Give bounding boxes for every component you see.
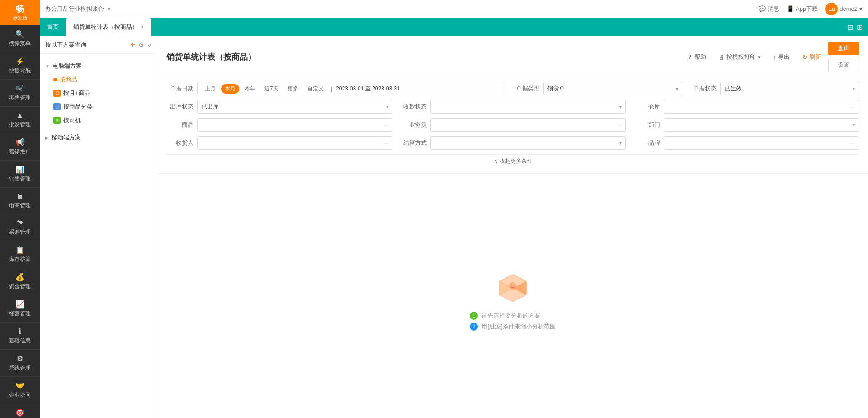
settings-scheme-btn[interactable]: ⚙ bbox=[138, 41, 144, 48]
goods-dots: ··· bbox=[383, 122, 388, 128]
sidebar-item-base-info[interactable]: ℹ 基础信息 bbox=[0, 323, 40, 350]
filter-row-3: 商品 ··· 业务员 ··· 部门 bbox=[166, 118, 859, 132]
docstatus-value: 已生效 bbox=[724, 85, 742, 93]
print-btn[interactable]: 🖨 按模板打印 ▾ bbox=[715, 51, 764, 63]
scheme-item-by-month-goods[interactable]: 日 按月+商品 bbox=[40, 86, 157, 100]
filter-row-2: 出库状态 已出库 ▾ 收款状态 ▾ 仓库 bbox=[166, 100, 859, 114]
operation-icon: 📈 bbox=[15, 300, 24, 309]
sidebar-item-purchase[interactable]: 🛍 采购管理 bbox=[0, 214, 40, 241]
window-maximize-icon[interactable]: ⊞ bbox=[857, 23, 863, 32]
scheme-group-mobile-label: 移动端方案 bbox=[52, 133, 81, 142]
sidebar-item-ecommerce[interactable]: 🖥 电商管理 bbox=[0, 188, 40, 214]
left-panel-header: 按以下方案查询 + ⚙ « bbox=[40, 36, 157, 54]
paymentstatus-select[interactable]: ▾ bbox=[430, 100, 626, 114]
collapse-panel-btn[interactable]: « bbox=[148, 41, 151, 48]
sidebar-item-operation[interactable]: 📈 经营管理 bbox=[0, 295, 40, 323]
print-icon: 🖨 bbox=[719, 54, 725, 61]
window-minimize-icon[interactable]: ⊟ bbox=[847, 23, 853, 32]
sidebar-item-nav[interactable]: ⚡ 快捷导航 bbox=[0, 52, 40, 80]
scheme-group-desktop-header[interactable]: ▼ 电脑端方案 bbox=[40, 59, 157, 73]
system-icon: ⚙ bbox=[17, 354, 23, 363]
tab-sales-report[interactable]: 销货单统计表（按商品） × bbox=[66, 18, 151, 36]
filter-salesperson-field: 业务员 ··· bbox=[400, 118, 626, 132]
docstatus-label: 单据状态 bbox=[689, 85, 717, 93]
date-current-btn[interactable]: 本月 bbox=[221, 84, 239, 94]
query-button[interactable]: 查询 bbox=[828, 42, 859, 55]
scheme-item-by-goods-label: 按商品 bbox=[60, 76, 77, 84]
sidebar-item-marketing[interactable]: 📢 营销推广 bbox=[0, 133, 40, 161]
scheme-group-mobile-header[interactable]: ▶ 移动端方案 bbox=[40, 131, 157, 144]
collab-icon: 🤝 bbox=[15, 381, 24, 390]
page-title: 销货单统计表（按商品） bbox=[166, 52, 256, 62]
receiver-label: 收货人 bbox=[166, 139, 193, 147]
date-week-btn[interactable]: 近7天 bbox=[261, 84, 282, 94]
dept-select[interactable]: ▾ bbox=[664, 118, 859, 132]
scheme-item-by-goods[interactable]: 按商品 bbox=[40, 73, 157, 86]
sidebar-item-collab[interactable]: 🤝 企业协同 bbox=[0, 377, 40, 404]
paymentmethod-select[interactable]: ▾ bbox=[430, 136, 626, 150]
export-btn[interactable]: ↑ 导出 bbox=[770, 51, 794, 63]
sidebar-item-guide[interactable]: 🎯 新手引导 bbox=[0, 404, 40, 418]
docstatus-select[interactable]: 已生效 ▾ bbox=[720, 82, 859, 95]
industry-label: 办公用品行业模拟账套 bbox=[45, 5, 104, 13]
sales-icon: 📊 bbox=[15, 165, 24, 174]
top-header-left: 办公用品行业模拟账套 ▾ bbox=[45, 5, 111, 13]
sidebar-item-sales[interactable]: 📊 销售管理 bbox=[0, 161, 40, 188]
brand-dots: ··· bbox=[850, 140, 855, 147]
refresh-btn[interactable]: ↻ 刷新 bbox=[799, 51, 825, 63]
paymentmethod-arrow: ▾ bbox=[619, 141, 622, 146]
chevron-right-icon: ▶ bbox=[45, 135, 49, 140]
page-container: 按以下方案查询 + ⚙ « ▼ 电脑端方案 按商品 bbox=[40, 36, 868, 418]
page-title-bar: 销货单统计表（按商品） ？ 帮助 🖨 按模板打印 ▾ ↑ bbox=[157, 36, 868, 76]
dropdown-arrow-industry[interactable]: ▾ bbox=[108, 5, 111, 12]
filter-row-4: 收货人 ··· 结算方式 ▾ 品牌 bbox=[166, 136, 859, 150]
salesperson-dots: ··· bbox=[617, 122, 622, 128]
warehouse-input[interactable]: ··· bbox=[664, 100, 859, 114]
date-prev-btn[interactable]: 上月 bbox=[201, 84, 219, 94]
svg-point-4 bbox=[509, 282, 516, 290]
brand-input[interactable]: ··· bbox=[664, 136, 859, 150]
doctype-select[interactable]: 销货单 ▾ bbox=[543, 82, 682, 95]
sidebar-item-inventory[interactable]: 📋 库存核算 bbox=[0, 241, 40, 268]
page-title-actions: ？ 帮助 🖨 按模板打印 ▾ ↑ 导出 ↻ bbox=[683, 51, 825, 63]
scheme-group-desktop: ▼ 电脑端方案 按商品 日 按月+商品 目 按商品分类 bbox=[40, 57, 157, 129]
filter-warehousestatus-field: 出库状态 已出库 ▾ bbox=[166, 100, 392, 114]
filter-doctype-field: 单据类型 销货单 ▾ bbox=[513, 82, 682, 95]
brand-label: 品牌 bbox=[633, 139, 660, 147]
filter-receiver-field: 收货人 ··· bbox=[166, 136, 392, 150]
right-content: 销货单统计表（按商品） ？ 帮助 🖨 按模板打印 ▾ ↑ bbox=[157, 36, 868, 418]
sidebar-item-finance[interactable]: 💰 资金管理 bbox=[0, 268, 40, 295]
date-more-btn[interactable]: 更多 bbox=[284, 84, 302, 94]
warehousestatus-value: 已出库 bbox=[201, 103, 219, 111]
collapse-more-btn[interactable]: ∧ 收起更多条件 bbox=[166, 154, 859, 168]
sidebar-item-search[interactable]: 🔍 搜索菜单 bbox=[0, 25, 40, 52]
sidebar-item-wholesale[interactable]: ▲ 批发管理 bbox=[0, 107, 40, 133]
user-profile[interactable]: Ea demo2 ▾ bbox=[825, 3, 863, 15]
collapse-icon: ∧ bbox=[494, 158, 498, 165]
add-scheme-btn[interactable]: + bbox=[131, 41, 135, 49]
app-download-btn[interactable]: 📱 App下载 bbox=[787, 5, 818, 13]
left-panel-header-icons: + ⚙ « bbox=[131, 41, 151, 49]
receiver-input[interactable]: ··· bbox=[197, 136, 392, 150]
filter-brand-field: 品牌 ··· bbox=[633, 136, 859, 150]
warehousestatus-label: 出库状态 bbox=[166, 103, 193, 111]
date-label: 单据日期 bbox=[166, 85, 193, 93]
refresh-icon: ↻ bbox=[802, 54, 807, 61]
sidebar-item-retail[interactable]: 🛒 零售管理 bbox=[0, 80, 40, 107]
message-btn[interactable]: 💬 消息 bbox=[759, 5, 779, 13]
settings-button[interactable]: 设置 bbox=[828, 58, 859, 72]
scheme-item-by-driver[interactable]: 目 按司机 bbox=[40, 114, 157, 127]
tab-home[interactable]: 首页 bbox=[40, 18, 66, 36]
sidebar-item-system[interactable]: ⚙ 系统管理 bbox=[0, 350, 40, 377]
warehousestatus-select[interactable]: 已出库 ▾ bbox=[197, 100, 392, 114]
docstatus-arrow: ▾ bbox=[853, 86, 855, 91]
date-year-btn[interactable]: 本年 bbox=[241, 84, 259, 94]
help-btn[interactable]: ？ 帮助 bbox=[683, 51, 710, 63]
scheme-item-by-category[interactable]: 目 按商品分类 bbox=[40, 100, 157, 114]
date-custom-btn[interactable]: 自定义 bbox=[304, 84, 327, 94]
export-icon: ↑ bbox=[774, 54, 777, 61]
query-settings-group: 查询 设置 bbox=[828, 42, 859, 72]
tab-close-btn[interactable]: × bbox=[141, 24, 144, 30]
goods-input[interactable]: ··· bbox=[197, 118, 392, 132]
salesperson-input[interactable]: ··· bbox=[430, 118, 626, 132]
